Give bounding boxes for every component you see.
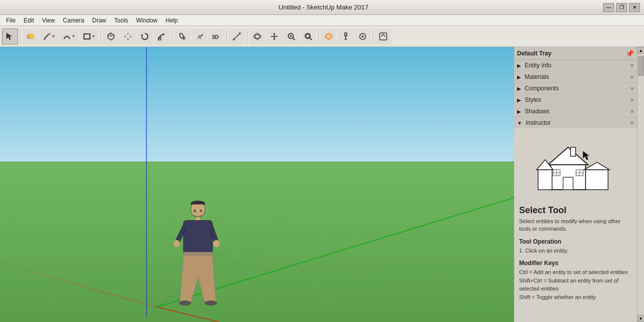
toolbar-separator-7 [373, 29, 373, 43]
section-header-entity-info[interactable]: ▶ Entity Info ✕ [514, 60, 637, 71]
tool-move[interactable] [120, 28, 136, 44]
scroll-down-button[interactable]: ▼ [638, 315, 644, 322]
close-instructor[interactable]: ✕ [630, 120, 634, 126]
minimize-button[interactable]: — [603, 3, 614, 12]
toolbar-separator-3 [172, 29, 172, 43]
section-header-styles[interactable]: ▶ Styles ✕ [514, 94, 637, 105]
label-styles: Styles [525, 96, 541, 103]
close-styles[interactable]: ✕ [630, 97, 634, 103]
arrow-components: ▶ [517, 86, 521, 91]
close-components[interactable]: ✕ [630, 86, 634, 91]
menu-help[interactable]: Help [161, 16, 182, 25]
svg-rect-37 [0, 162, 514, 322]
section-header-materials[interactable]: ▶ Materials ✕ [514, 71, 637, 82]
instructor-tool-desc: Select entities to modify when using oth… [519, 218, 632, 233]
section-entity-info: ▶ Entity Info ✕ [514, 60, 637, 71]
svg-point-58 [200, 210, 202, 213]
app-title: Untitled - SketchUp Make 2017 [44, 3, 603, 11]
scroll-up-button[interactable]: ▲ [638, 47, 644, 54]
window-controls: — ❐ ✕ [603, 3, 640, 12]
restore-button[interactable]: ❐ [616, 3, 627, 12]
tool-pencil[interactable] [39, 28, 58, 44]
main-area: Default Tray 📌 ▶ Entity Info ✕ ▶ [0, 47, 644, 322]
label-entity-info: Entity Info [525, 62, 551, 69]
instructor-panel: Select Tool Select entities to modify wh… [514, 128, 637, 322]
title-bar: Untitled - SketchUp Make 2017 — ❐ ✕ [0, 0, 644, 15]
instructor-operation-title: Tool Operation [519, 238, 632, 245]
tool-extra[interactable] [375, 28, 391, 44]
svg-line-8 [108, 35, 111, 36]
tool-look-around[interactable] [355, 28, 371, 44]
tool-followme[interactable] [154, 28, 170, 44]
arrow-entity-info: ▶ [517, 63, 521, 68]
tool-zoom[interactable] [283, 28, 299, 44]
menu-tools[interactable]: Tools [110, 16, 132, 25]
svg-point-55 [179, 301, 191, 306]
section-header-shadows[interactable]: ▶ Shadows ✕ [514, 106, 637, 117]
tool-select[interactable] [2, 28, 18, 44]
tool-text[interactable]: A [191, 28, 207, 44]
tool-section[interactable] [321, 28, 337, 44]
svg-text:3D: 3D [212, 34, 219, 40]
section-materials: ▶ Materials ✕ [514, 71, 637, 83]
toolbar-separator-5 [247, 29, 247, 43]
toolbar: A 3D [0, 26, 644, 47]
toolbar-separator-6 [318, 29, 319, 43]
house-illustration [519, 137, 632, 197]
svg-rect-1 [27, 36, 30, 38]
tool-orbit[interactable] [249, 28, 265, 44]
svg-rect-72 [571, 147, 576, 156]
menu-file[interactable]: File [2, 16, 19, 25]
arrow-materials: ▶ [517, 74, 521, 80]
svg-point-19 [239, 32, 241, 34]
right-panel-wrapper: Default Tray 📌 ▶ Entity Info ✕ ▶ [514, 47, 644, 322]
svg-point-57 [193, 210, 196, 213]
tool-shapes[interactable] [79, 28, 98, 44]
section-shadows: ▶ Shadows ✕ [514, 106, 637, 117]
section-instructor: ▼ Instructor ✕ [514, 117, 637, 128]
tool-3dtext[interactable]: 3D [208, 28, 224, 44]
svg-line-2 [44, 33, 49, 38]
svg-point-18 [233, 38, 235, 40]
tool-pushpull[interactable] [103, 28, 119, 44]
section-header-instructor[interactable]: ▼ Instructor ✕ [514, 117, 637, 128]
svg-marker-64 [584, 162, 610, 170]
close-button[interactable]: ✕ [629, 3, 640, 12]
tool-walk[interactable] [338, 28, 354, 44]
tool-arc[interactable] [59, 28, 78, 44]
menu-edit[interactable]: Edit [19, 16, 38, 25]
menu-bar: File Edit View Camera Draw Tools Window … [0, 15, 644, 26]
svg-line-28 [310, 38, 312, 40]
tray-header: Default Tray 📌 [514, 47, 637, 60]
svg-rect-65 [563, 177, 573, 190]
menu-window[interactable]: Window [132, 16, 162, 25]
menu-draw[interactable]: Draw [88, 16, 110, 25]
svg-point-21 [255, 33, 259, 40]
tool-pan[interactable] [266, 28, 282, 44]
svg-point-20 [254, 34, 261, 38]
menu-camera[interactable]: Camera [59, 16, 88, 25]
svg-marker-60 [548, 147, 588, 165]
section-header-components[interactable]: ▶ Components ✕ [514, 83, 637, 94]
tool-measure[interactable] [229, 28, 245, 44]
svg-rect-4 [49, 33, 50, 34]
instructor-content: Select Tool Select entities to modify wh… [514, 128, 637, 305]
toolbar-separator-4 [226, 29, 227, 43]
viewport[interactable] [0, 47, 514, 322]
menu-view[interactable]: View [38, 16, 59, 25]
tool-zoom-extents[interactable] [300, 28, 316, 44]
scroll-thumb[interactable] [638, 56, 644, 76]
close-entity-info[interactable]: ✕ [630, 63, 634, 68]
tool-paint[interactable] [174, 28, 190, 44]
svg-marker-10 [141, 34, 143, 36]
close-materials[interactable]: ✕ [630, 74, 634, 80]
tool-rotate[interactable] [137, 28, 153, 44]
tool-eraser[interactable] [22, 28, 38, 44]
close-shadows[interactable]: ✕ [630, 109, 634, 114]
label-shadows: Shadows [525, 108, 549, 115]
svg-point-52 [174, 240, 180, 247]
svg-rect-61 [538, 170, 552, 190]
scroll-track[interactable] [638, 54, 644, 315]
tray-pin-button[interactable]: 📌 [626, 49, 634, 57]
svg-rect-22 [273, 35, 275, 38]
